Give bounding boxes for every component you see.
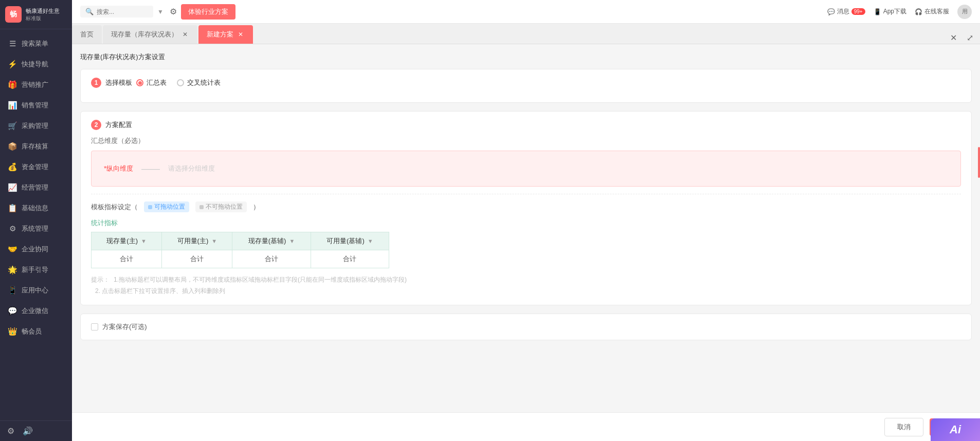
sidebar-nav: ☰ 搜索菜单 ⚡ 快捷导航 🎁 营销推广 📊 销售管理 🛒 采购管理 📦 库存核… (0, 29, 72, 420)
sidebar-icon-4: 🛒 (7, 121, 17, 131)
col-3-chevron[interactable]: ▼ (368, 238, 373, 244)
sidebar-item-11[interactable]: 🌟 新手引导 (0, 260, 72, 280)
search-box[interactable]: 🔍 (80, 6, 153, 17)
sidebar-label-8: 基础信息 (22, 204, 48, 213)
sidebar-label-14: 畅会员 (22, 327, 42, 336)
sidebar-label-5: 库存核算 (22, 142, 48, 151)
dimension-required: *纵向维度 (104, 164, 133, 173)
online-service-button[interactable]: 🎧 在线客服 (915, 7, 949, 16)
col-header-2: 现存量(基辅) ▼ (232, 232, 311, 250)
search-icon: 🔍 (85, 8, 94, 15)
divider1 (91, 194, 961, 194)
tabs-bar: 首页 现存量（库存状况表） ✕ 新建方案 ✕ ✕ ⤢ (72, 24, 980, 44)
audio-icon[interactable]: 🔊 (23, 426, 33, 436)
sidebar-icon-9: ⚙ (7, 224, 17, 234)
col-3-label: 可用量(基辅) (326, 236, 365, 246)
step2-number: 2 (91, 120, 101, 130)
tab-home[interactable]: 首页 (72, 25, 102, 44)
col-1-chevron[interactable]: ▼ (211, 238, 217, 244)
close-tab-icon[interactable]: ✕ (947, 31, 959, 44)
sidebar-item-14[interactable]: 👑 畅会员 (0, 321, 72, 342)
user-avatar[interactable]: 用 (957, 5, 972, 19)
drag-label: 可拖动位置 (154, 203, 185, 211)
save-label: 方案保存(可选) (102, 322, 147, 332)
tab-new-plan-close[interactable]: ✕ (237, 30, 245, 39)
chevron-down-icon[interactable]: ▼ (157, 8, 164, 15)
dimension-placeholder: 请选择分组维度 (168, 164, 215, 173)
sidebar-label-3: 销售管理 (22, 101, 48, 110)
settings-icon[interactable]: ⚙ (7, 426, 14, 436)
sidebar-item-8[interactable]: 📋 基础信息 (0, 198, 72, 218)
save-option: 方案保存(可选) (91, 322, 961, 332)
ai-badge[interactable]: Ai (931, 418, 980, 441)
app-download-button[interactable]: 📱 App下载 (874, 7, 906, 16)
app-name: 畅康通好生意 标准版 (26, 7, 60, 21)
ai-label: Ai (950, 423, 961, 436)
trial-button[interactable]: 体验行业方案 (181, 4, 235, 20)
col-header-0: 现存量(主) ▼ (92, 232, 162, 250)
headset-icon: 🎧 (915, 8, 922, 15)
sidebar-item-13[interactable]: 💬 企业微信 (0, 301, 72, 321)
sidebar-icon-3: 📊 (7, 100, 17, 111)
sidebar-item-3[interactable]: 📊 销售管理 (0, 95, 72, 116)
tab-new-plan[interactable]: 新建方案 ✕ (198, 25, 253, 44)
sidebar-item-5[interactable]: 📦 库存核算 (0, 136, 72, 157)
sidebar-label-0: 搜索菜单 (22, 39, 48, 48)
sidebar-item-1[interactable]: ⚡ 快捷导航 (0, 54, 72, 75)
sidebar-icon-8: 📋 (7, 203, 17, 213)
template-options: 汇总表 交叉统计表 (136, 78, 221, 87)
sidebar-item-9[interactable]: ⚙ 系统管理 (0, 218, 72, 239)
dimension-box[interactable]: *纵向维度 —— 请选择分组维度 (91, 151, 961, 187)
topbar: 🔍 ▼ ⚙ 体验行业方案 💬 消息 99+ 📱 App下载 🎧 在线客服 用 (72, 0, 980, 24)
sidebar-label-11: 新手引导 (22, 265, 48, 274)
step1-number: 1 (91, 78, 101, 88)
col-2-chevron[interactable]: ▼ (289, 238, 295, 244)
radio-cross[interactable]: 交叉统计表 (177, 78, 221, 87)
sidebar-label-7: 经营管理 (22, 183, 48, 192)
sidebar-icon-10: 🤝 (7, 244, 17, 254)
sidebar-item-7[interactable]: 📈 经营管理 (0, 177, 72, 198)
tab-inventory-label: 现存量（库存状况表） (111, 30, 178, 39)
sidebar-item-0[interactable]: ☰ 搜索菜单 (0, 33, 72, 54)
cell-3: 合计 (311, 250, 389, 268)
sidebar-item-10[interactable]: 🤝 企业协同 (0, 239, 72, 260)
save-checkbox[interactable] (91, 323, 98, 330)
sidebar-item-4[interactable]: 🛒 采购管理 (0, 116, 72, 136)
radio-summary[interactable]: 汇总表 (136, 78, 167, 87)
scroll-handle[interactable] (978, 147, 980, 178)
cancel-button[interactable]: 取消 (884, 418, 923, 436)
expand-tab-icon[interactable]: ⤢ (964, 31, 976, 44)
sidebar-icon-12: 📱 (7, 285, 17, 296)
sidebar-label-2: 营销推广 (22, 80, 48, 89)
col-0-label: 现存量(主) (106, 236, 138, 246)
tab-inventory-close[interactable]: ✕ (181, 30, 189, 39)
sidebar-label-4: 采购管理 (22, 121, 48, 131)
no-drag-label: 不可拖动位置 (206, 203, 243, 211)
topbar-right: 💬 消息 99+ 📱 App下载 🎧 在线客服 用 (827, 5, 972, 19)
sidebar-item-12[interactable]: 📱 应用中心 (0, 280, 72, 301)
col-header-3: 可用量(基辅) ▼ (311, 232, 389, 250)
sidebar-icon-7: 📈 (7, 182, 17, 193)
search-input[interactable] (97, 8, 148, 15)
sidebar: 畅 畅康通好生意 标准版 ☰ 搜索菜单 ⚡ 快捷导航 🎁 营销推广 📊 销售管理… (0, 0, 72, 441)
sidebar-icon-5: 📦 (7, 141, 17, 152)
draggable-badge: 可拖动位置 (144, 201, 189, 212)
step1-card: 1 选择模板 汇总表 交叉统计表 (80, 69, 972, 103)
col-0-chevron[interactable]: ▼ (141, 238, 147, 244)
message-button[interactable]: 💬 消息 99+ (827, 7, 865, 16)
gear-icon[interactable]: ⚙ (170, 7, 177, 16)
radio-summary-label: 汇总表 (147, 78, 167, 87)
sidebar-item-6[interactable]: 💰 资金管理 (0, 157, 72, 177)
drag-dot (148, 205, 152, 209)
sidebar-item-2[interactable]: 🎁 营销推广 (0, 75, 72, 95)
sidebar-icon-13: 💬 (7, 306, 17, 316)
sidebar-icon-0: ☰ (7, 39, 17, 49)
tab-inventory[interactable]: 现存量（库存状况表） ✕ (103, 25, 197, 44)
col-header-1: 可用量(主) ▼ (162, 232, 232, 250)
sidebar-label-9: 系统管理 (22, 224, 48, 233)
no-drag-badge: 不可拖动位置 (195, 201, 247, 212)
tabs-actions: ✕ ⤢ (947, 31, 980, 44)
sidebar-label-6: 资金管理 (22, 162, 48, 172)
sidebar-icon-2: 🎁 (7, 80, 17, 90)
main-area: 🔍 ▼ ⚙ 体验行业方案 💬 消息 99+ 📱 App下载 🎧 在线客服 用 (72, 0, 980, 441)
